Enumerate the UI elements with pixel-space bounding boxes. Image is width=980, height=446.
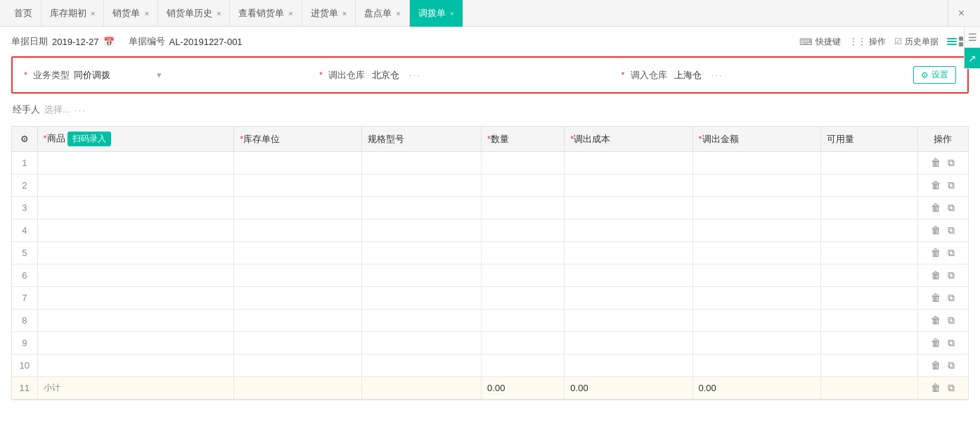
cell-spec-7[interactable] <box>362 287 482 310</box>
cell-product-7[interactable] <box>37 287 234 310</box>
delete-icon-7[interactable]: 🗑 <box>931 292 941 303</box>
out-wh-value[interactable]: 北京仓 <box>372 69 399 82</box>
cell-amount-7[interactable] <box>692 287 820 310</box>
delete-icon-8[interactable]: 🗑 <box>931 314 941 326</box>
tab-inventory-init-close[interactable]: × <box>91 9 95 18</box>
cell-qty-1[interactable] <box>482 152 565 174</box>
scan-button[interactable]: 扫码录入 <box>67 132 111 146</box>
cell-qty-2[interactable] <box>482 174 565 197</box>
tab-inventory-init[interactable]: 库存期初 × <box>41 0 104 27</box>
cell-spec-2[interactable] <box>362 174 482 197</box>
cell-cost-10[interactable] <box>565 355 692 377</box>
cell-cost-2[interactable] <box>565 174 692 197</box>
cell-cost-7[interactable] <box>565 287 692 310</box>
shortcut-button[interactable]: ⌨ 快捷键 <box>799 36 841 48</box>
delete-icon-9[interactable]: 🗑 <box>931 337 941 348</box>
tab-view-sales-close[interactable]: × <box>288 9 292 18</box>
cell-qty-3[interactable] <box>482 197 565 219</box>
cell-unit-8[interactable] <box>234 310 362 332</box>
copy-icon-8[interactable]: ⧉ <box>948 314 955 326</box>
cell-qty-4[interactable] <box>482 219 565 242</box>
cell-unit-3[interactable] <box>234 197 362 219</box>
cell-spec-8[interactable] <box>362 310 482 332</box>
cell-amount-3[interactable] <box>692 197 820 219</box>
tab-sales-history-close[interactable]: × <box>217 9 221 18</box>
copy-icon-4[interactable]: ⧉ <box>948 224 955 236</box>
cell-product-6[interactable] <box>37 265 234 287</box>
tab-bar-close-button[interactable]: × <box>948 0 974 27</box>
copy-icon-1[interactable]: ⧉ <box>948 157 955 168</box>
copy-icon-7[interactable]: ⧉ <box>948 292 955 303</box>
tab-view-sales[interactable]: 查看销货单 × <box>230 0 302 27</box>
biz-type-value[interactable]: 同价调拨 <box>74 69 110 82</box>
cell-amount-5[interactable] <box>692 242 820 265</box>
delete-icon-3[interactable]: 🗑 <box>931 202 941 213</box>
list-view-icon[interactable] <box>947 38 957 45</box>
delete-icon-1[interactable]: 🗑 <box>931 157 941 168</box>
delete-icon-sub[interactable]: 🗑 <box>931 382 941 393</box>
tab-sales-history[interactable]: 销货单历史 × <box>158 0 230 27</box>
handler-more[interactable]: ··· <box>75 105 86 115</box>
cell-spec-9[interactable] <box>362 332 482 355</box>
cell-amount-2[interactable] <box>692 174 820 197</box>
cell-spec-4[interactable] <box>362 219 482 242</box>
cell-qty-9[interactable] <box>482 332 565 355</box>
cell-product-2[interactable] <box>37 174 234 197</box>
cell-spec-10[interactable] <box>362 355 482 377</box>
th-settings[interactable]: ⚙ <box>12 127 37 152</box>
cell-unit-1[interactable] <box>234 152 362 174</box>
tab-inventory-close[interactable]: × <box>396 9 400 18</box>
cell-cost-8[interactable] <box>565 310 692 332</box>
delete-icon-6[interactable]: 🗑 <box>931 269 941 281</box>
cell-spec-5[interactable] <box>362 242 482 265</box>
cell-cost-9[interactable] <box>565 332 692 355</box>
cell-unit-2[interactable] <box>234 174 362 197</box>
history-button[interactable]: ☑ 历史单据 <box>894 36 939 48</box>
cell-cost-3[interactable] <box>565 197 692 219</box>
cell-amount-1[interactable] <box>692 152 820 174</box>
cell-product-3[interactable] <box>37 197 234 219</box>
cell-amount-10[interactable] <box>692 355 820 377</box>
copy-icon-5[interactable]: ⧉ <box>948 247 955 258</box>
tab-inventory[interactable]: 盘点单 × <box>356 0 409 27</box>
cell-unit-10[interactable] <box>234 355 362 377</box>
cell-product-10[interactable] <box>37 355 234 377</box>
copy-icon-6[interactable]: ⧉ <box>948 269 955 281</box>
delete-icon-10[interactable]: 🗑 <box>931 359 941 371</box>
handler-select[interactable]: 选择... <box>44 103 70 116</box>
cell-qty-5[interactable] <box>482 242 565 265</box>
operations-button[interactable]: ⋮⋮ 操作 <box>849 36 886 48</box>
cell-qty-7[interactable] <box>482 287 565 310</box>
cell-cost-5[interactable] <box>565 242 692 265</box>
cell-cost-6[interactable] <box>565 265 692 287</box>
copy-icon-9[interactable]: ⧉ <box>948 337 955 348</box>
tab-purchase[interactable]: 进货单 × <box>302 0 356 27</box>
cell-product-8[interactable] <box>37 310 234 332</box>
settings-button[interactable]: ⚙ 设置 <box>913 66 956 84</box>
copy-icon-10[interactable]: ⧉ <box>948 359 955 371</box>
delete-icon-4[interactable]: 🗑 <box>931 224 941 236</box>
cell-unit-6[interactable] <box>234 265 362 287</box>
cell-unit-9[interactable] <box>234 332 362 355</box>
tab-sales-close[interactable]: × <box>144 9 148 18</box>
cell-spec-3[interactable] <box>362 197 482 219</box>
right-panel-expand-icon[interactable]: ↗ <box>965 48 980 69</box>
cell-qty-6[interactable] <box>482 265 565 287</box>
cell-qty-10[interactable] <box>482 355 565 377</box>
cell-qty-8[interactable] <box>482 310 565 332</box>
tab-transfer-close[interactable]: × <box>450 9 454 18</box>
in-wh-value[interactable]: 上海仓 <box>674 69 702 82</box>
cell-product-1[interactable] <box>37 152 234 174</box>
cell-spec-6[interactable] <box>362 265 482 287</box>
cell-product-9[interactable] <box>37 332 234 355</box>
copy-icon-2[interactable]: ⧉ <box>948 179 955 191</box>
delete-icon-5[interactable]: 🗑 <box>931 247 941 258</box>
tab-purchase-close[interactable]: × <box>342 9 347 18</box>
tab-sales[interactable]: 销货单 × <box>104 0 157 27</box>
cell-product-4[interactable] <box>37 219 234 242</box>
out-wh-more[interactable]: ··· <box>409 70 421 80</box>
cell-product-5[interactable] <box>37 242 234 265</box>
right-panel-list-icon[interactable]: ☰ <box>965 27 980 48</box>
copy-icon-3[interactable]: ⧉ <box>948 202 955 213</box>
biz-type-dropdown-icon[interactable]: ▾ <box>157 70 162 80</box>
